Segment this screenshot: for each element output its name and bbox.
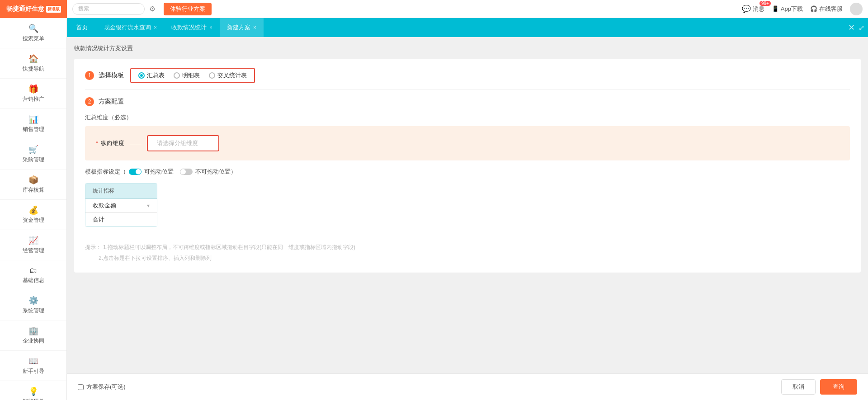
stats-column-label: 收款金额 [93,202,116,210]
sidebar-item-search[interactable]: 🔍 搜索菜单 [0,18,66,48]
radio-summary[interactable]: 汇总表 [138,71,165,80]
finance-icon: 💰 [28,205,38,215]
indicator-fixed-label: 不可拖动位置） [195,168,236,176]
sidebar-item-enterprise[interactable]: 🏢 企业协同 [0,320,66,351]
guide-icon: 📖 [28,356,38,366]
sidebar-item-management[interactable]: 📈 经营管理 [0,230,66,260]
row-label-text: 纵向维度 [101,140,124,146]
sidebar-item-system[interactable]: ⚙️ 系统管理 [0,290,66,320]
footer: 方案保存(可选) 取消 查询 [67,373,868,400]
download-icon: 📱 [772,5,779,12]
message-label: 消息 [753,5,764,13]
tips-section: 提示： 1.拖动标题栏可以调整布局，不可跨维度或指标区域拖动栏目字段(只能在同一… [85,242,850,264]
save-checkbox-row[interactable]: 方案保存(可选) [78,383,126,391]
radio-label-detail: 明细表 [182,71,200,80]
dimension-section: 汇总维度（必选） * 纵向维度 —— 请选择分组维度 [85,113,850,264]
sidebar-item-basic[interactable]: 🗂 基础信息 [0,260,66,290]
tip2-text: 2.点击标题栏下拉可设置排序、插入列和删除列 [99,253,212,264]
stats-column-row: 收款金额 ▾ [85,199,157,213]
message-badge: 99+ [760,1,771,6]
sidebar-item-sales[interactable]: 📊 销售管理 [0,109,66,139]
tab-cash-flow[interactable]: 现金银行流水查询 × [97,18,164,37]
stats-total-label: 合计 [93,216,104,223]
sidebar-item-hardware[interactable]: 💡 智能硬件 [0,381,66,400]
radio-circle-detail [174,72,180,79]
radio-label-summary: 汇总表 [147,71,165,80]
toggle-movable[interactable] [129,169,142,175]
enterprise-icon: 🏢 [28,326,38,336]
sidebar-item-label: 采购管理 [23,156,44,164]
sidebar-item-inventory[interactable]: 📦 库存核算 [0,169,66,200]
tab-new-plan[interactable]: 新建方案 × [220,18,264,37]
avatar[interactable] [850,3,863,15]
sidebar-item-label: 新手引导 [23,367,44,375]
tab-close-icon[interactable]: × [209,24,212,31]
tab-close-icon[interactable]: × [154,24,157,31]
sales-icon: 📊 [28,114,38,124]
template-radio-group: 汇总表 明细表 交叉统计表 [130,68,255,83]
tab-revenue-stats[interactable]: 收款情况统计 × [164,18,220,37]
sidebar-item-label: 营销推广 [23,95,44,103]
maximize-icon[interactable]: ⤢ [859,24,864,32]
radio-circle-cross [209,72,215,79]
step2-row: 2 方案配置 [85,97,850,106]
sidebar-item-purchase[interactable]: 🛒 采购管理 [0,139,66,169]
message-btn[interactable]: 💬 消息 99+ [742,5,764,13]
dimension-area: * 纵向维度 —— 请选择分组维度 [85,126,850,160]
search-placeholder: 搜索 [78,5,89,13]
basic-icon: 🗂 [29,266,38,275]
sidebar-item-label: 经营管理 [23,247,44,254]
logo: 畅捷通好生意 标准版 [0,0,67,18]
radio-label-cross: 交叉统计表 [217,71,247,80]
message-icon: 💬 [742,5,751,13]
sidebar-item-guide[interactable]: 📖 新手引导 [0,351,66,381]
tab-label: 现金银行流水查询 [104,24,151,32]
tip1-text: 1.拖动标题栏可以调整布局，不可跨维度或指标区域拖动栏目字段(只能在同一维度或指… [103,242,355,253]
tab-home[interactable]: 首页 [67,18,97,37]
tip-title: 提示： [85,242,101,253]
download-btn[interactable]: 📱 App下载 [772,5,803,13]
stats-section-label: 统计指标 [93,187,114,195]
industry-btn[interactable]: 体验行业方案 [164,3,212,15]
step2-label: 方案配置 [99,98,124,106]
sidebar-item-label: 资金管理 [23,216,44,224]
sidebar-item-label: 基础信息 [23,277,44,284]
radio-detail[interactable]: 明细表 [174,71,200,80]
step1-label: 选择模板 [99,71,124,80]
radio-circle-summary [138,72,145,79]
sidebar-item-label: 搜索菜单 [23,35,44,42]
service-label: 在线客服 [819,5,843,13]
sidebar-item-marketing[interactable]: 🎁 营销推广 [0,79,66,109]
tab-bar: 首页 现金银行流水查询 × 收款情况统计 × 新建方案 × ✕ ⤢ [67,18,868,37]
sidebar-item-label: 系统管理 [23,307,44,315]
search-bar[interactable]: 搜索 [72,3,145,15]
tip1-row: 提示： 1.拖动标题栏可以调整布局，不可跨维度或指标区域拖动栏目字段(只能在同一… [85,242,850,253]
page-content: 收款情况统计方案设置 1 选择模板 汇总表 [67,37,868,373]
cancel-button[interactable]: 取消 [781,379,816,395]
sidebar: 🔍 搜索菜单 🏠 快捷导航 🎁 营销推广 📊 销售管理 🛒 采购管理 📦 库存核… [0,18,67,400]
tab-close-icon[interactable]: × [253,24,256,31]
close-icon[interactable]: ✕ [848,23,855,33]
arrow: —— [130,140,142,147]
purchase-icon: 🛒 [28,145,38,155]
gear-icon[interactable]: ⚙ [149,5,156,13]
indicator-movable-label: 可拖动位置 [144,168,174,176]
toggle-fixed[interactable] [180,169,193,175]
sidebar-item-home[interactable]: 🏠 快捷导航 [0,48,66,79]
service-btn[interactable]: 🎧 在线客服 [810,5,843,13]
sidebar-item-finance[interactable]: 💰 资金管理 [0,200,66,230]
divider1 [85,89,850,90]
dimension-select[interactable]: 请选择分组维度 [147,135,219,151]
stats-total-row: 合计 [85,213,157,226]
dropdown-arrow-icon[interactable]: ▾ [147,202,150,209]
dimension-row-label: * 纵向维度 [96,139,124,147]
tip2-row: 2.点击标题栏下拉可设置排序、插入列和删除列 [85,253,850,264]
sidebar-item-label: 库存核算 [23,186,44,194]
radio-cross[interactable]: 交叉统计表 [209,71,247,80]
sidebar-item-label: 企业协同 [23,337,44,345]
query-button[interactable]: 查询 [820,379,857,395]
search-icon: 🔍 [28,24,38,33]
save-checkbox[interactable] [78,384,84,390]
main-card: 1 选择模板 汇总表 明细表 [74,59,861,273]
tab-label: 收款情况统计 [171,24,207,32]
